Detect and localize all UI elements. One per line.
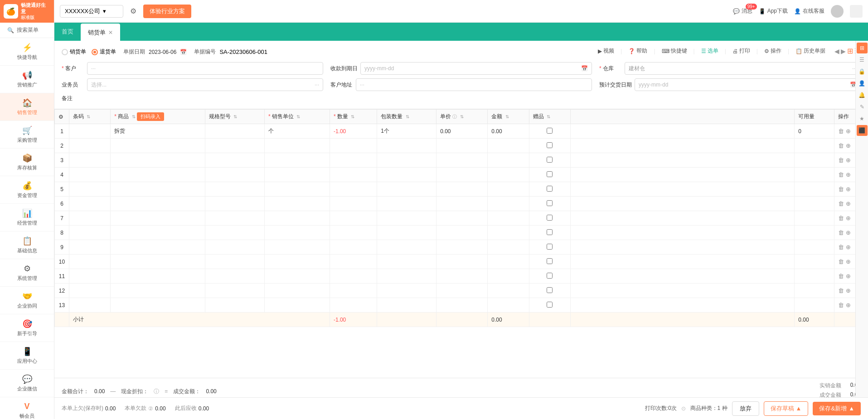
radio-return[interactable]: 退货单 [92, 48, 116, 56]
operate-icon: ⚙ [764, 48, 769, 54]
barcode-2[interactable] [69, 139, 111, 153]
due-date-input[interactable]: yyyy-mm-dd 📅 [360, 62, 592, 75]
quantity-1[interactable]: -1.00 [330, 124, 377, 139]
spec-2[interactable] [205, 139, 265, 153]
copy-btn-2[interactable]: ⊕ [846, 142, 851, 149]
nav-prev-icon[interactable]: ◀ [834, 48, 839, 55]
sidebar-item-purchase[interactable]: 🛒 采购管理 [0, 121, 54, 149]
gift-checkbox-1[interactable] [547, 128, 553, 134]
user-menu[interactable] [850, 5, 863, 18]
sidebar-item-system[interactable]: ⚙ 系统管理 [0, 259, 54, 287]
qp-edit[interactable]: ✎ [857, 101, 868, 112]
sidebar-item-operations[interactable]: 📊 经营管理 [0, 204, 54, 231]
qp-user[interactable]: 👤 [857, 78, 868, 89]
search-menu[interactable]: 🔍 搜索菜单 [0, 23, 54, 38]
topbar-settings-btn[interactable]: ⚙ [127, 5, 140, 18]
trial-button[interactable]: 体验行业方案 [143, 5, 191, 18]
salesperson-input[interactable]: 选择... ··· [87, 78, 323, 91]
sort-icon-spec[interactable]: ⇅ [233, 114, 237, 119]
tab-close-icon[interactable]: ✕ [108, 29, 113, 36]
th-settings[interactable]: ⚙ [55, 110, 69, 124]
tab-home[interactable]: 首页 [54, 23, 81, 41]
sort-icon-product[interactable]: ⇅ [132, 114, 136, 119]
pkgqty-1[interactable]: 1个 [377, 124, 436, 139]
qp-orange[interactable]: ⬛ [857, 125, 868, 136]
receivable-value: 0.00 [199, 405, 209, 412]
sort-icon-unitprice[interactable]: ⇅ [460, 114, 464, 119]
sort-icon-amount[interactable]: ⇅ [505, 114, 509, 119]
sort-icon-quantity[interactable]: ⇅ [351, 114, 354, 119]
qp-bell[interactable]: 🔔 [857, 90, 868, 101]
qp-list-view[interactable]: ☰ [857, 54, 868, 65]
video-btn[interactable]: ▶ 视频 [596, 46, 616, 56]
sidebar-item-capital[interactable]: 💰 资金管理 [0, 176, 54, 204]
message-badge: 99+ [746, 4, 757, 10]
amount-2[interactable] [488, 139, 529, 153]
customer-input[interactable]: ··· [87, 62, 323, 75]
expected-delivery-input[interactable]: yyyy-mm-dd 📅 [635, 78, 861, 91]
sidebar-item-member[interactable]: V 畅会员 [0, 397, 54, 419]
print-btn[interactable]: 🖨 打印 [731, 46, 752, 56]
unitprice-1[interactable]: 0.00 [436, 124, 488, 139]
sidebar-item-sales[interactable]: 🏠 销售管理 [0, 93, 54, 121]
pkgqty-2[interactable] [377, 139, 436, 153]
wechat-icon: 💬 [22, 374, 32, 384]
tab-sales[interactable]: 销货单 ✕ [81, 24, 120, 42]
sort-icon-gift[interactable]: ⇅ [547, 114, 550, 119]
warehouse-input[interactable]: 建材仓 ··· [625, 62, 861, 75]
sidebar-item-wechat[interactable]: 💬 企业微信 [0, 370, 54, 397]
th-gift: 赠品 ⇅ [529, 110, 570, 124]
nav-next-icon[interactable]: ▶ [841, 48, 846, 55]
shortcut-btn[interactable]: ⌨ 快捷键 [660, 46, 689, 56]
spec-1[interactable] [205, 124, 265, 139]
help-icon-totals[interactable]: ⓘ [154, 388, 159, 395]
debit-help-icon[interactable]: ② [148, 405, 153, 412]
scan-entry-btn[interactable]: 扫码录入 [137, 112, 164, 121]
sidebar-item-guide[interactable]: 🎯 新手引导 [0, 314, 54, 342]
sidebar-item-quick-nav[interactable]: ⚡ 快捷导航 [0, 38, 54, 66]
operate-btn[interactable]: ⚙ 操作 [762, 46, 783, 56]
delete-btn-1[interactable]: 🗑 [838, 128, 844, 135]
help-btn[interactable]: ❓ 帮助 [626, 46, 649, 56]
radio-sales[interactable]: 销货单 [62, 48, 86, 56]
table-header: ⚙ 条码 ⇅ * 商品 ⇅ 扫码录入 规格型号 ⇅ [55, 110, 868, 124]
history-btn[interactable]: 📋 历史单据 [794, 46, 827, 56]
sort-icon-barcode[interactable]: ⇅ [87, 114, 90, 119]
copy-btn-1[interactable]: ⊕ [846, 128, 851, 135]
product-2[interactable] [111, 139, 205, 153]
unit-1[interactable]: 个 [264, 124, 330, 139]
qp-star[interactable]: ★ [857, 113, 868, 124]
amount-1[interactable]: 0.00 [488, 124, 529, 139]
product-1[interactable]: 拆货 [111, 124, 205, 139]
gift-2[interactable] [529, 139, 570, 153]
calendar-icon[interactable]: 📅 [180, 49, 187, 55]
save-draft-button[interactable]: 保存草稿 ▲ [764, 401, 809, 416]
discard-button[interactable]: 放弃 [732, 401, 759, 416]
message-btn[interactable]: 💬 消息 99+ [733, 7, 752, 15]
qp-grid-view[interactable]: ⊞ [857, 43, 868, 53]
select-btn[interactable]: ☰ 选单 [699, 46, 720, 56]
barcode-1[interactable] [69, 124, 111, 139]
status-right: 打印次数:0次 ⊙ 商品种类：1 种 放弃 保存草稿 ▲ 保存&新增 ▲ [645, 401, 861, 416]
sidebar-item-basics[interactable]: 📋 基础信息 [0, 231, 54, 259]
user-avatar[interactable] [831, 5, 844, 18]
customer-addr-input[interactable]: ··· [356, 78, 592, 91]
gift-1[interactable] [529, 124, 570, 139]
online-service-btn[interactable]: 👤 在线客服 [794, 7, 824, 15]
unit-2[interactable] [264, 139, 330, 153]
sidebar-item-inventory[interactable]: 📦 库存核算 [0, 149, 54, 176]
qty-2[interactable] [330, 139, 377, 153]
app-download-btn[interactable]: 📱 App下载 [759, 7, 788, 15]
company-selector[interactable]: XXXXXX公司 ▾ [60, 5, 123, 18]
qp-lock[interactable]: 🔒 [857, 66, 868, 77]
sidebar-item-app-center[interactable]: 📱 应用中心 [0, 342, 54, 370]
sort-icon-pkgqty[interactable]: ⇅ [406, 114, 409, 119]
sidebar-item-marketing[interactable]: 📢 营销推广 [0, 66, 54, 93]
delete-btn-2[interactable]: 🗑 [838, 142, 844, 149]
unitprice-2[interactable] [436, 139, 488, 153]
grid-view-icon[interactable]: ⊞ [847, 47, 853, 55]
gift-checkbox-2[interactable] [547, 142, 553, 148]
save-new-button[interactable]: 保存&新增 ▲ [813, 402, 861, 415]
sidebar-item-collab[interactable]: 🤝 企业协同 [0, 287, 54, 314]
sort-icon-unit[interactable]: ⇅ [296, 114, 300, 119]
